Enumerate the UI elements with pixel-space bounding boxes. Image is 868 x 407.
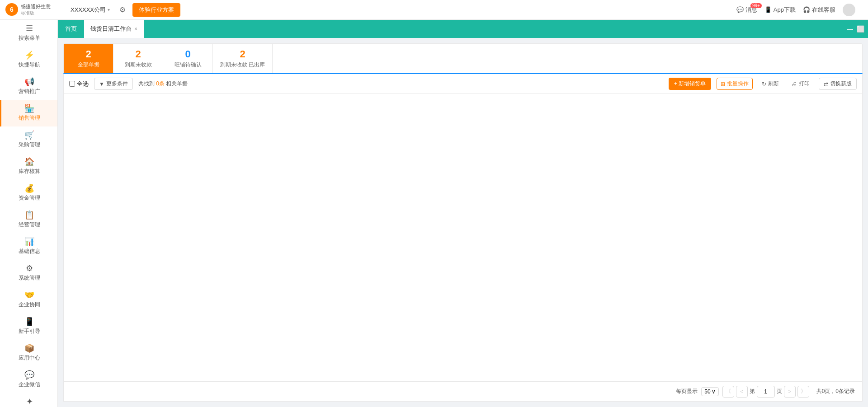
- active-tab-label: 钱货日清工作台: [90, 25, 132, 33]
- maximize-icon[interactable]: ⬜: [857, 25, 864, 33]
- sidebar-item-guide[interactable]: 📱 新手引导: [0, 313, 57, 340]
- inventory-icon: 🏠: [24, 158, 34, 166]
- select-all-checkbox[interactable]: 全选: [69, 80, 89, 88]
- home-tab[interactable]: 首页: [58, 20, 84, 38]
- finance-icon: 💰: [24, 184, 34, 192]
- prev-page-btn[interactable]: <: [736, 386, 748, 398]
- stats-tabs: 2 全部单据 2 到期未收款 0 旺铺待确认 2 到期未收款 已出库: [63, 43, 863, 73]
- batch-operation-btn[interactable]: ⊞ 批量操作: [717, 78, 753, 90]
- top-header: 6 畅捷通好生意 标准版 XXXXXX公司 ▾ ⚙ 体验行业方案 💬 消息 99…: [0, 0, 868, 20]
- sidebar-item-search-menu[interactable]: ☰ 搜索菜单: [0, 20, 57, 47]
- message-icon: 💬: [736, 6, 744, 13]
- refresh-label: 刷新: [768, 80, 779, 88]
- stat-label-wangpu: 旺铺待确认: [175, 61, 202, 69]
- inner-content: 2 全部单据 2 到期未收款 0 旺铺待确认 2 到期未收款 已出库: [58, 38, 868, 407]
- company-selector[interactable]: XXXXXX公司 ▾: [67, 4, 113, 16]
- page-jump-label: 第: [750, 388, 755, 395]
- sidebar-item-cooperation[interactable]: 🤝 企业协同: [0, 286, 57, 313]
- company-chevron-icon: ▾: [108, 7, 110, 12]
- toolbar-right: + 新增销货单 ⊞ 批量操作 ↻ 刷新 🖨 打印 ⇄: [669, 78, 857, 90]
- stat-number-overdue-out: 2: [240, 48, 245, 60]
- content-area: 首页 钱货日清工作台 × — ⬜ 2 全部单据 2 到期未收款: [58, 20, 868, 407]
- logo-line1: 畅捷通好生意: [21, 3, 51, 9]
- sidebar-label-sales: 销售管理: [19, 114, 40, 122]
- experience-btn[interactable]: 体验行业方案: [132, 3, 180, 17]
- tab-close-icon[interactable]: ×: [134, 26, 137, 32]
- member-icon: ✦: [26, 398, 33, 406]
- select-all-input[interactable]: [69, 81, 75, 87]
- page-navigation: 《 < 第 页 > 》: [722, 386, 809, 398]
- new-sales-order-btn[interactable]: + 新增销货单: [669, 78, 711, 90]
- wechat-icon: 💬: [24, 371, 34, 379]
- sidebar-label-search-menu: 搜索菜单: [19, 34, 40, 42]
- sidebar-item-operations[interactable]: 📋 经营管理: [0, 206, 57, 233]
- main-container: ☰ 搜索菜单 ⚡ 快捷导航 📢 营销推广 🏪 销售管理 🛒 采购管理 🏠 库存核…: [0, 20, 868, 407]
- page-input[interactable]: [757, 386, 775, 398]
- sidebar-label-system: 系统管理: [19, 274, 40, 282]
- page-size-value: 50: [704, 388, 710, 395]
- stat-tab-wangpu[interactable]: 0 旺铺待确认: [163, 44, 213, 73]
- online-service-action[interactable]: 🎧 在线客服: [803, 6, 835, 14]
- pagination: 每页显示 50 ∨ 《 < 第 页 > 》 共0页，0条记录: [63, 382, 863, 402]
- stat-tab-overdue[interactable]: 2 到期未收款: [113, 44, 163, 73]
- sidebar-label-quick-nav: 快捷导航: [19, 61, 40, 69]
- toolbar: 全选 ▼ 更多条件 共找到 0条 相关单据 + 新增销货单 ⊞ 批量操作: [63, 73, 863, 94]
- header-right: 💬 消息 99+ 📱 App下载 🎧 在线客服: [736, 4, 863, 16]
- sidebar-item-finance[interactable]: 💰 资金管理: [0, 180, 57, 206]
- first-page-btn[interactable]: 《: [722, 386, 734, 398]
- system-icon: ⚙: [26, 264, 33, 272]
- purchase-icon: 🛒: [24, 131, 34, 139]
- sidebar-item-inventory[interactable]: 🏠 库存核算: [0, 153, 57, 180]
- message-badge: 99+: [750, 3, 762, 8]
- logo-text-area: 畅捷通好生意 标准版: [21, 3, 51, 16]
- sidebar-item-app-center[interactable]: 📦 应用中心: [0, 340, 57, 366]
- active-tab-item[interactable]: 钱货日清工作台 ×: [84, 20, 144, 38]
- stat-tab-overdue-out[interactable]: 2 到期未收款 已出库: [213, 44, 273, 73]
- sidebar-item-marketing[interactable]: 📢 营销推广: [0, 73, 57, 100]
- stat-number-all: 2: [85, 48, 91, 60]
- refresh-btn[interactable]: ↻ 刷新: [758, 78, 783, 89]
- user-avatar[interactable]: [843, 4, 855, 16]
- sidebar-label-wechat: 企业微信: [19, 381, 40, 388]
- tab-bar: 首页 钱货日清工作台 × — ⬜: [58, 20, 868, 38]
- filter-icon: ▼: [99, 81, 104, 87]
- settings-icon-btn[interactable]: ⚙: [116, 4, 129, 16]
- app-download-action[interactable]: 📱 App下载: [764, 6, 796, 14]
- filter-label: 更多条件: [106, 80, 128, 88]
- next-page-btn[interactable]: >: [784, 386, 796, 398]
- page-size-select[interactable]: 50 ∨: [701, 387, 718, 396]
- stat-label-all: 全部单据: [78, 61, 99, 69]
- result-text: 共找到 0条 相关单据: [138, 80, 188, 88]
- search-menu-icon: ☰: [26, 24, 33, 33]
- print-btn[interactable]: 🖨 打印: [788, 78, 813, 89]
- sidebar-item-quick-nav[interactable]: ⚡ 快捷导航: [0, 47, 57, 73]
- sidebar-item-system[interactable]: ⚙ 系统管理: [0, 260, 57, 286]
- sidebar-label-finance: 资金管理: [19, 194, 40, 202]
- sidebar-label-marketing: 营销推广: [19, 88, 40, 95]
- online-service-label: 在线客服: [812, 6, 835, 14]
- batch-icon: ⊞: [721, 81, 725, 87]
- page-size-chevron: ∨: [712, 388, 716, 395]
- minimize-icon[interactable]: —: [847, 25, 853, 33]
- message-action[interactable]: 💬 消息 99+: [736, 6, 757, 14]
- logo-line2: 标准版: [21, 10, 51, 16]
- app-logo-icon: 6: [5, 3, 18, 16]
- last-page-btn[interactable]: 》: [797, 386, 809, 398]
- page-suffix-label: 页: [777, 388, 782, 395]
- sidebar-item-basic-info[interactable]: 📊 基础信息: [0, 233, 57, 260]
- sidebar-label-app-center: 应用中心: [19, 354, 40, 362]
- switch-icon: ⇄: [824, 81, 828, 87]
- page-size-label: 每页显示: [676, 388, 698, 395]
- app-download-label: App下载: [774, 6, 796, 14]
- app-center-icon: 📦: [24, 344, 34, 352]
- sidebar-item-purchase[interactable]: 🛒 采购管理: [0, 126, 57, 153]
- filter-btn[interactable]: ▼ 更多条件: [94, 78, 133, 90]
- sidebar-item-wechat[interactable]: 💬 企业微信: [0, 366, 57, 393]
- guide-icon: 📱: [24, 318, 34, 326]
- stat-tab-all[interactable]: 2 全部单据: [64, 44, 113, 73]
- marketing-icon: 📢: [24, 78, 34, 86]
- switch-version-btn[interactable]: ⇄ 切换新版: [819, 78, 857, 90]
- print-icon: 🖨: [792, 81, 797, 87]
- sidebar-item-sales[interactable]: 🏪 销售管理: [0, 100, 57, 126]
- sidebar-item-member[interactable]: ✦ 畅会员: [0, 393, 57, 407]
